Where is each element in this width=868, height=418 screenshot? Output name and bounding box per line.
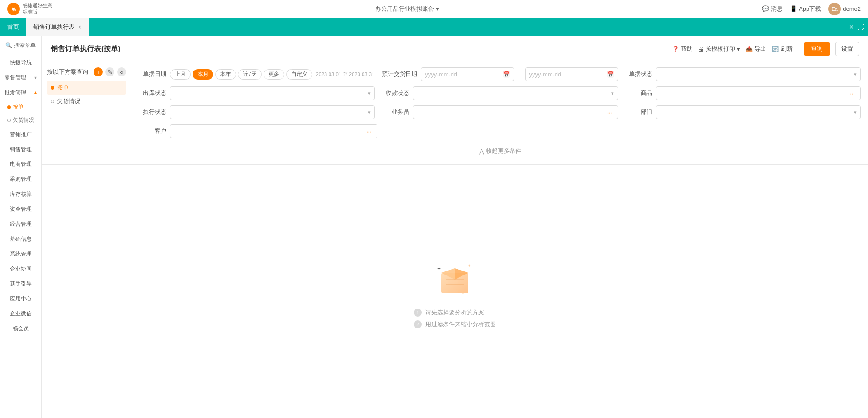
expected-date-start[interactable]: yyyy-mm-dd 📅 [421, 67, 514, 81]
print-icon: 🖨 [698, 46, 704, 52]
filter-field-department: 部门 ▾ [625, 105, 861, 119]
svg-text:✦: ✦ [437, 266, 441, 272]
sidebar-item-purchase[interactable]: 采购管理 [0, 172, 41, 187]
payment-dropdown-icon: ▾ [611, 90, 614, 96]
sidebar-item-system[interactable]: 系统管理 [0, 247, 41, 261]
edit-scheme-button[interactable]: ✎ [105, 67, 114, 76]
settings-button[interactable]: 设置 [835, 42, 859, 56]
filter-row-1: 单据日期 上月 本月 本年 近7天 更多 自定义 2023-03-01 至 20… [139, 67, 861, 81]
customer-select[interactable]: ··· [170, 124, 377, 138]
scheme-item-order[interactable]: 按单 [47, 81, 126, 95]
nav-tabs-actions: × ⛶ [849, 18, 868, 36]
payment-select[interactable]: ▾ [413, 86, 618, 100]
export-button[interactable]: 📤 导出 [745, 45, 766, 53]
query-button[interactable]: 查询 [804, 42, 830, 56]
add-scheme-button[interactable]: + [94, 67, 103, 76]
date-range-text: 2023-03-01 至 2023-03-31 [316, 71, 375, 78]
sidebar-item-ecommerce[interactable]: 电商管理 [0, 157, 41, 172]
date-label: 单据日期 [139, 70, 166, 78]
date-tab-this-year[interactable]: 本年 [215, 69, 236, 80]
calendar-icon-start[interactable]: 📅 [503, 71, 510, 78]
header-center[interactable]: 办公用品行业模拟账套 ▾ [375, 5, 439, 13]
help-icon: ❓ [672, 46, 679, 52]
calendar-icon-end[interactable]: 📅 [607, 71, 614, 78]
sidebar-item-retail[interactable]: 零售管理 ▾ [0, 70, 41, 85]
tab-home[interactable]: 首页 [0, 18, 26, 36]
tab-close-button[interactable]: × [78, 24, 81, 30]
sidebar-item-membership[interactable]: 畅会员 [0, 321, 41, 336]
empty-hints: 1 请先选择要分析的方案 2 用过滤条件来缩小分析范围 [414, 309, 496, 328]
date-tab-custom[interactable]: 自定义 [286, 69, 312, 80]
close-window-button[interactable]: × [849, 23, 854, 31]
industry-dropdown-icon[interactable]: ▾ [436, 5, 439, 12]
salesperson-ellipsis-icon[interactable]: ··· [605, 109, 614, 116]
sidebar-item-operations[interactable]: 经营管理 [0, 217, 41, 232]
expected-date-end[interactable]: yyyy-mm-dd 📅 [525, 67, 618, 81]
sidebar-item-quick-nav[interactable]: 快捷导航 [0, 55, 41, 70]
product-ellipsis-icon[interactable]: ··· [848, 90, 857, 97]
execution-label: 执行状态 [139, 108, 166, 116]
scheme-inactive-dot [51, 100, 54, 103]
help-button[interactable]: ❓ 帮助 [672, 45, 693, 53]
sidebar-item-guide[interactable]: 新手引导 [0, 276, 41, 291]
tab-sales-execution[interactable]: 销售订单执行表 × [26, 18, 89, 36]
sidebar-item-wechat[interactable]: 企业微信 [0, 306, 41, 321]
sidebar-item-enterprise[interactable]: 企业协同 [0, 261, 41, 276]
date-tab-last-month[interactable]: 上月 [170, 69, 191, 80]
execution-select[interactable]: ▾ [170, 105, 375, 119]
print-button[interactable]: 🖨 按模板打印 ▾ [698, 45, 740, 53]
refresh-button[interactable]: 🔄 刷新 [772, 45, 793, 53]
date-tab-more[interactable]: 更多 [264, 69, 284, 80]
top-header: 畅 畅捷通好生意 标准版 办公用品行业模拟账套 ▾ 💬 消息 📱 App下载 E… [0, 0, 868, 18]
empty-illustration: ✦ ✦ ✦ [432, 255, 477, 301]
filter-field-outbound: 出库状态 ▾ [139, 86, 375, 100]
sidebar-item-wholesale[interactable]: 批发管理 ▾ [0, 86, 41, 100]
empty-state: ✦ ✦ ✦ 1 请先选择要分析的方案 2 用过滤条件来缩小分析范围 [42, 165, 868, 418]
filter-field-date: 单据日期 上月 本月 本年 近7天 更多 自定义 2023-03-01 至 20… [139, 69, 375, 80]
outbound-select[interactable]: ▾ [170, 86, 375, 100]
sidebar-sub-item-backorder[interactable]: 欠货情况 [0, 114, 41, 127]
quick-nav-label: 快捷导航 [10, 59, 32, 66]
scheme-actions: + ✎ « [94, 67, 126, 76]
sidebar-item-basic-info[interactable]: 基础信息 [0, 232, 41, 247]
sidebar-sub-item-order[interactable]: 按单 [0, 100, 41, 114]
industry-selector[interactable]: 办公用品行业模拟账套 [375, 5, 434, 13]
sidebar-group-wholesale: 批发管理 ▾ 按单 欠货情况 [0, 86, 41, 127]
filter-field-payment: 收款状态 ▾ [382, 86, 618, 100]
logo-area: 畅 畅捷通好生意 标准版 [7, 3, 52, 15]
collapse-scheme-button[interactable]: « [117, 67, 126, 76]
print-dropdown-icon[interactable]: ▾ [737, 46, 740, 52]
collapse-conditions-button[interactable]: ⋀ 收起更多条件 [139, 143, 861, 159]
date-tab-this-month[interactable]: 本月 [193, 69, 213, 80]
sidebar-item-app-center[interactable]: 应用中心 [0, 291, 41, 306]
sidebar-search-area[interactable]: 🔍 搜索菜单 [0, 36, 41, 55]
empty-hint-2: 2 用过滤条件来缩小分析范围 [414, 320, 496, 328]
collapse-icon: ⋀ [479, 148, 484, 155]
sidebar-item-finance[interactable]: 资金管理 [0, 202, 41, 217]
sidebar-item-inventory[interactable]: 库存核算 [0, 187, 41, 202]
date-tab-7days[interactable]: 近7天 [238, 69, 262, 80]
status-label: 单据状态 [625, 70, 652, 78]
salesperson-label: 业务员 [382, 108, 409, 116]
message-button[interactable]: 💬 消息 [762, 5, 783, 13]
product-select[interactable]: ··· [656, 86, 861, 100]
search-menu-button[interactable]: 🔍 搜索菜单 [4, 40, 38, 51]
refresh-icon: 🔄 [772, 46, 779, 52]
customer-ellipsis-icon[interactable]: ··· [365, 128, 373, 135]
expected-date-range: yyyy-mm-dd 📅 — yyyy-mm-dd 📅 [421, 67, 618, 81]
empty-hint-1: 1 请先选择要分析的方案 [414, 309, 496, 317]
salesperson-select[interactable]: ··· [413, 105, 618, 119]
sidebar-item-marketing[interactable]: 营销推广 [0, 127, 41, 142]
app-download-button[interactable]: 📱 App下载 [790, 5, 821, 13]
sidebar-item-sales[interactable]: 销售管理 [0, 142, 41, 157]
department-select[interactable]: ▾ [656, 105, 861, 119]
expand-window-button[interactable]: ⛶ [857, 23, 864, 31]
user-area[interactable]: Ea demo2 [828, 3, 861, 15]
filter-field-status: 单据状态 ▾ [625, 67, 861, 81]
filter-left-header: 按以下方案查询 + ✎ « [47, 67, 126, 76]
page-title: 销售订单执行表(按单) [51, 44, 121, 59]
filter-field-execution: 执行状态 ▾ [139, 105, 375, 119]
department-label: 部门 [625, 108, 652, 116]
scheme-item-backorder[interactable]: 欠货情况 [47, 95, 126, 108]
status-select[interactable]: ▾ [656, 67, 861, 81]
